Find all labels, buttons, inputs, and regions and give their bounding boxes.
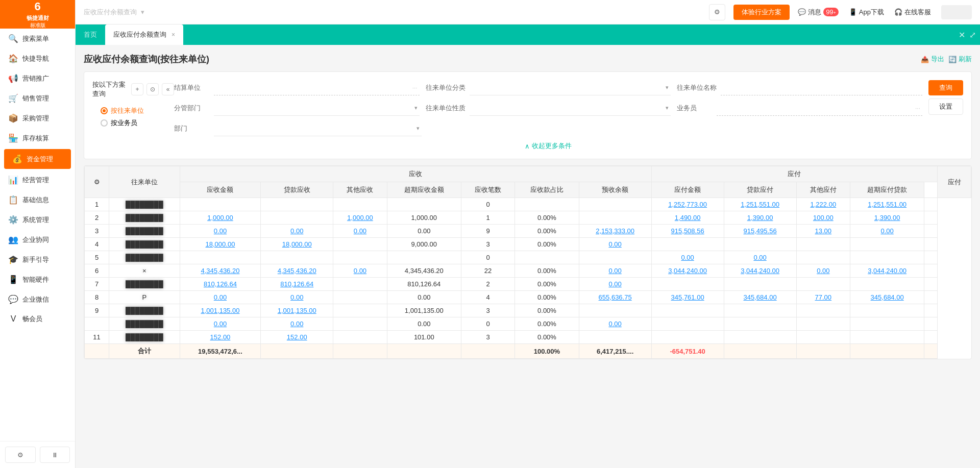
collapse-more-btn[interactable]: ∧ 收起更多条件 bbox=[174, 141, 922, 151]
sidebar-item-marketing[interactable]: 📢 营销推广 bbox=[0, 68, 75, 88]
online-service-btn[interactable]: 🎧 在线客服 bbox=[894, 8, 931, 17]
sidebar-label-system: 系统管理 bbox=[22, 215, 49, 225]
chevron-wanglai-fenlei: ▾ bbox=[666, 84, 669, 91]
app-icon: 📱 bbox=[849, 8, 857, 16]
sidebar-nav: 🔍 搜索菜单 🏠 快捷导航 📢 营销推广 🛒 销售管理 📦 采购管理 🏪 库存核… bbox=[0, 29, 75, 441]
app-download-btn[interactable]: 📱 App下载 bbox=[849, 8, 884, 17]
tab-close-btn[interactable]: × bbox=[172, 31, 175, 38]
input-jiesuan[interactable]: ··· bbox=[214, 80, 420, 95]
notification-btn[interactable]: 💬 消息 99+ bbox=[798, 8, 839, 17]
sidebar-icon-tutorial: 🎓 bbox=[8, 255, 18, 264]
sidebar-settings-btn[interactable]: ⚙ bbox=[5, 447, 36, 463]
topbar-gear-btn[interactable]: ⚙ bbox=[709, 4, 725, 20]
sidebar-icon-smart-hardware: 📱 bbox=[8, 275, 18, 284]
sidebar-item-operations[interactable]: 📊 经营管理 bbox=[0, 170, 75, 190]
option-by-salesperson[interactable]: 按业务员 bbox=[101, 117, 174, 129]
tab-home[interactable]: 首页 bbox=[76, 24, 105, 45]
search-panel-header: 按以下方案查询 + ⊙ « bbox=[92, 80, 174, 98]
window-close-icon[interactable]: ✕ bbox=[959, 30, 965, 40]
add-scheme-btn[interactable]: + bbox=[131, 83, 143, 95]
total-qita-yingfu bbox=[796, 344, 850, 359]
total-bishu bbox=[461, 344, 514, 359]
sidebar-icon-operations: 📊 bbox=[8, 175, 18, 185]
total-yingfu-bishu bbox=[924, 344, 938, 359]
refresh-btn[interactable]: 🔄 刷新 bbox=[948, 55, 972, 64]
search-row-1: 结算单位 ··· 往来单位分类 ▾ bbox=[174, 80, 922, 95]
solution-btn[interactable]: 体验行业方案 bbox=[733, 5, 790, 20]
option-by-partner[interactable]: 按往来单位 bbox=[101, 105, 174, 117]
topbar-breadcrumb: 应收应付余额查询 ▾ bbox=[84, 8, 703, 17]
total-chaoqi bbox=[387, 344, 461, 359]
th-yingfu-group: 应付 bbox=[651, 166, 938, 182]
input-yewuyuan[interactable]: ··· bbox=[717, 101, 922, 116]
sidebar-pause-btn[interactable]: ⏸ bbox=[40, 447, 70, 463]
th-yingfu-bishu: 应付 bbox=[938, 166, 971, 198]
sidebar-item-sales[interactable]: 🛒 销售管理 bbox=[0, 88, 75, 108]
export-btn[interactable]: 📤 导出 bbox=[921, 55, 944, 64]
option-partner-label: 按往来单位 bbox=[111, 106, 144, 115]
sidebar-item-smart-hardware[interactable]: 📱 智能硬件 bbox=[0, 269, 75, 289]
sidebar-icon-sales: 🛒 bbox=[8, 93, 18, 103]
select-fenguan-bumen[interactable]: ▾ bbox=[214, 101, 420, 116]
sidebar-edition: 标准版 bbox=[30, 22, 45, 29]
th-yingshou-zhanbi: 应收款占比 bbox=[515, 182, 579, 198]
window-expand-icon[interactable]: ⤢ bbox=[969, 30, 976, 40]
notification-badge: 99+ bbox=[823, 8, 839, 16]
total-zhanbi: 100.00% bbox=[515, 344, 579, 359]
chevron-bumen: ▾ bbox=[416, 125, 420, 132]
table-row: 3████████0.000.000.000.0090.00%2,153,333… bbox=[85, 225, 971, 238]
label-fenguan-bumen: 分管部门 bbox=[174, 104, 210, 113]
radio-inactive-outer bbox=[101, 119, 108, 127]
input-wanglai-mingcheng[interactable] bbox=[721, 80, 922, 95]
tab-query[interactable]: 应收应付余额查询 × bbox=[105, 24, 183, 45]
sidebar-icon-finance: 💰 bbox=[12, 154, 22, 164]
table-settings-icon[interactable]: ⚙ bbox=[85, 166, 109, 198]
sidebar-item-membership[interactable]: V 畅会员 bbox=[0, 309, 75, 329]
user-avatar[interactable] bbox=[941, 5, 972, 19]
settings-btn[interactable]: 设置 bbox=[928, 98, 963, 115]
sidebar-icon-marketing: 📢 bbox=[8, 73, 18, 83]
sidebar-item-inventory[interactable]: 🏪 库存核算 bbox=[0, 128, 75, 148]
field-jiesuan: 结算单位 ··· bbox=[174, 80, 420, 95]
query-btn[interactable]: 查询 bbox=[928, 80, 963, 95]
sidebar-item-purchase[interactable]: 📦 采购管理 bbox=[0, 108, 75, 128]
sidebar-label-search-menu: 搜索菜单 bbox=[22, 34, 49, 43]
sidebar-item-wechat-work[interactable]: 💬 企业微信 bbox=[0, 289, 75, 309]
table-row: 4████████18,000.0018,000.009,000.0030.00… bbox=[85, 238, 971, 251]
th-qita-yingshou: 其他应收 bbox=[333, 182, 387, 198]
collapse-scheme-btn[interactable]: « bbox=[162, 83, 174, 95]
total-yingfu: -654,751.40 bbox=[651, 344, 724, 359]
sidebar-bottom: ⚙ ⏸ bbox=[0, 441, 75, 468]
select-wanglai-xingzhi[interactable]: ▾ bbox=[470, 101, 671, 116]
sidebar-item-finance[interactable]: 💰 资金管理 bbox=[4, 149, 71, 169]
sidebar-item-search-menu[interactable]: 🔍 搜索菜单 bbox=[0, 29, 75, 48]
export-icon: 📤 bbox=[921, 56, 929, 63]
table-row: 1████████01,252,773.001,251,551.001,222.… bbox=[85, 198, 971, 211]
select-bumen[interactable]: ▾ bbox=[214, 121, 422, 136]
topbar: 应收应付余额查询 ▾ ⚙ 体验行业方案 💬 消息 99+ 📱 App下载 bbox=[76, 0, 980, 24]
select-wanglai-fenlei[interactable]: ▾ bbox=[470, 80, 671, 95]
sidebar-item-system[interactable]: ⚙️ 系统管理 bbox=[0, 210, 75, 230]
sidebar-label-sales: 销售管理 bbox=[22, 94, 49, 103]
search-by-label: 按以下方案查询 bbox=[92, 80, 127, 98]
field-fenguan-bumen: 分管部门 ▾ bbox=[174, 101, 420, 116]
dots-icon-jiesuan: ··· bbox=[412, 84, 418, 91]
table-row: 9████████1,001,135.001,001,135.001,001,1… bbox=[85, 304, 971, 317]
table-container: ⚙ 往来单位 应收 应付 应付 应收金额 贷款应收 其他应收 超期应收金额 应收… bbox=[84, 165, 972, 359]
th-daikuan-yingfu: 贷款应付 bbox=[724, 182, 796, 198]
page-header: 应收应付余额查询(按往来单位) 📤 导出 🔄 刷新 bbox=[84, 53, 972, 65]
total-daikuan bbox=[261, 344, 333, 359]
sidebar-item-enterprise-collab[interactable]: 👥 企业协同 bbox=[0, 230, 75, 250]
sidebar-item-basic-info[interactable]: 📋 基础信息 bbox=[0, 190, 75, 210]
total-daikuan-yingfu bbox=[724, 344, 796, 359]
sidebar-label-inventory: 库存核算 bbox=[22, 134, 49, 143]
table-row: 2████████1,000.001,000.001,000.0010.00%1… bbox=[85, 211, 971, 225]
field-wanglai-mingcheng: 往来单位名称 bbox=[677, 80, 922, 95]
edit-scheme-btn[interactable]: ⊙ bbox=[146, 83, 159, 95]
sidebar-item-quick-nav[interactable]: 🏠 快捷导航 bbox=[0, 48, 75, 68]
field-wanglai-xingzhi: 往来单位性质 ▾ bbox=[426, 101, 671, 116]
sidebar-label-tutorial: 新手引导 bbox=[22, 255, 49, 264]
sidebar-label-quick-nav: 快捷导航 bbox=[22, 54, 49, 63]
sidebar-item-tutorial[interactable]: 🎓 新手引导 bbox=[0, 250, 75, 269]
th-yingshou-group: 应收 bbox=[180, 166, 651, 182]
